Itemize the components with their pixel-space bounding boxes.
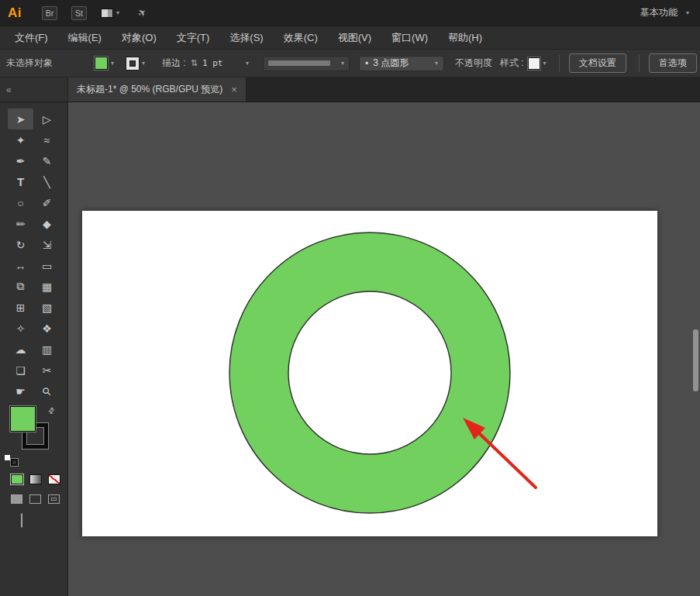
selection-tool[interactable]: ➤: [8, 109, 33, 129]
free-transform-tool[interactable]: ▭: [34, 255, 60, 276]
draw-normal-button[interactable]: [11, 494, 22, 504]
chevron-down-icon: ▾: [111, 60, 114, 67]
paintbrush-tool[interactable]: ✐: [34, 192, 60, 213]
document-tab[interactable]: 未标题-1* @ 50% (RGB/GPU 预览) ×: [68, 78, 247, 102]
chevron-down-icon: ▾: [116, 10, 119, 16]
color-button[interactable]: [11, 474, 23, 484]
menu-type[interactable]: 文字(T): [167, 26, 220, 49]
none-button[interactable]: [48, 474, 60, 484]
control-bar: 未选择对象 ▾ ▾ 描边 : ⇅ 1 pt ▾ ▾ • 3 点圆形 ▾ 不透明度…: [0, 50, 700, 78]
symbol-sprayer-tool[interactable]: ☁: [8, 339, 33, 360]
collapse-icon: «: [6, 84, 11, 95]
eyedropper-tool[interactable]: ✧: [8, 318, 33, 339]
style-swatch: [528, 57, 540, 70]
curvature-tool[interactable]: ✎: [34, 150, 60, 171]
tool-grid: ➤ ▷ ✦ ≈ ✒ ✎ T ╲ ○ ✐ ✏ ◆ ↻ ⇲ ↔ ▭ ⧉ ▦ ⊞ ▧ …: [0, 109, 67, 401]
vertical-scrollbar-thumb[interactable]: [693, 329, 698, 391]
workspace-label: 基本功能: [640, 6, 678, 19]
stroke-weight-dropdown-icon[interactable]: ▾: [246, 60, 249, 67]
hand-tool[interactable]: ☛: [8, 381, 33, 401]
gpu-performance-icon[interactable]: ✈: [136, 5, 150, 20]
magic-wand-tool[interactable]: ✦: [8, 129, 33, 150]
chevron-down-icon: ▾: [543, 60, 547, 67]
chevron-down-icon: ▾: [142, 60, 145, 67]
brush-name: 3 点圆形: [373, 57, 409, 70]
uniform-profile-icon: [268, 60, 330, 66]
rotate-tool[interactable]: ↻: [8, 234, 33, 255]
direct-selection-tool[interactable]: ▷: [34, 109, 60, 129]
ellipse-tool[interactable]: ○: [8, 192, 33, 213]
change-screen-mode-button[interactable]: [21, 513, 22, 528]
document-setup-button[interactable]: 文档设置: [569, 53, 626, 73]
style-label: 样式 :: [500, 57, 524, 70]
menu-edit[interactable]: 编辑(E): [58, 26, 112, 49]
menu-effect[interactable]: 效果(C): [274, 26, 328, 49]
style-swatch-control[interactable]: ▾: [528, 57, 547, 70]
opacity-label[interactable]: 不透明度: [455, 57, 492, 70]
donut-shape[interactable]: [229, 233, 510, 513]
menu-object[interactable]: 对象(O): [112, 26, 167, 49]
main-area: ➤ ▷ ✦ ≈ ✒ ✎ T ╲ ○ ✐ ✏ ◆ ↻ ⇲ ↔ ▭ ⧉ ▦ ⊞ ▧ …: [0, 102, 700, 596]
document-tab-title: 未标题-1* @ 50% (RGB/GPU 预览): [77, 83, 222, 96]
default-fill-stroke-button[interactable]: [4, 454, 18, 466]
draw-inside-button[interactable]: [48, 494, 60, 504]
document-tab-bar: « 未标题-1* @ 50% (RGB/GPU 预览) ×: [0, 78, 700, 102]
line-segment-tool[interactable]: ╲: [34, 171, 60, 192]
canvas-area[interactable]: [68, 102, 700, 596]
width-profile-dropdown[interactable]: ▾: [263, 56, 350, 71]
width-tool[interactable]: ↔: [8, 255, 33, 276]
preferences-button[interactable]: 首选项: [649, 53, 697, 73]
separator: [559, 55, 560, 72]
toolbar-collapse-button[interactable]: «: [0, 78, 68, 102]
eraser-tool[interactable]: ◆: [34, 213, 60, 234]
workspace-switcher[interactable]: 基本功能 ▾: [640, 6, 700, 19]
draw-behind-button[interactable]: [29, 494, 41, 504]
menu-bar: 文件(F) 编辑(E) 对象(O) 文字(T) 选择(S) 效果(C) 视图(V…: [0, 26, 700, 50]
blend-tool[interactable]: ❖: [34, 318, 60, 339]
tab-close-icon[interactable]: ×: [231, 84, 237, 95]
chevron-down-icon: ▾: [435, 60, 438, 67]
stroke-color-swatch: [126, 57, 139, 70]
slice-tool[interactable]: ✂: [34, 360, 60, 381]
stroke-weight-value[interactable]: 1 pt: [202, 58, 226, 68]
gradient-tool[interactable]: ▧: [34, 297, 60, 318]
brush-preview-icon: •: [365, 58, 368, 69]
chevron-down-icon: ▾: [686, 10, 689, 16]
no-selection-label: 未选择对象: [6, 57, 53, 70]
pen-tool[interactable]: ✒: [8, 150, 33, 171]
stock-button[interactable]: St: [71, 6, 87, 20]
column-graph-tool[interactable]: ▥: [34, 339, 60, 360]
menu-view[interactable]: 视图(V): [328, 26, 381, 49]
scale-tool[interactable]: ⇲: [34, 234, 60, 255]
menu-select[interactable]: 选择(S): [219, 26, 273, 49]
lasso-tool[interactable]: ≈: [34, 129, 60, 150]
default-fill-icon: [4, 454, 11, 461]
pencil-tool[interactable]: ✏: [8, 213, 33, 234]
perspective-grid-tool[interactable]: ▦: [34, 276, 60, 297]
shape-builder-tool[interactable]: ⧉: [8, 276, 33, 297]
gradient-button[interactable]: [29, 474, 42, 484]
fill-color-swatch: [95, 57, 108, 70]
canvas-overlay: [68, 102, 699, 596]
separator: [639, 55, 640, 72]
menu-window[interactable]: 窗口(W): [381, 26, 438, 49]
bridge-button[interactable]: Br: [42, 6, 57, 20]
stroke-color-control[interactable]: ▾: [126, 57, 145, 70]
fill-swatch-large[interactable]: [10, 406, 36, 432]
menu-help[interactable]: 帮助(H): [438, 26, 492, 49]
zoom-tool[interactable]: ⚲: [34, 381, 60, 401]
brush-definition-dropdown[interactable]: • 3 点圆形 ▾: [359, 56, 444, 71]
app-bar: Ai Br St ▾ ✈ 基本功能 ▾: [0, 0, 700, 26]
artboard-tool[interactable]: ❏: [8, 360, 33, 381]
mesh-tool[interactable]: ⊞: [8, 297, 33, 318]
fill-stroke-area: ⇄: [0, 405, 67, 467]
zoom-tool-icon: ⚲: [40, 384, 54, 398]
menu-file[interactable]: 文件(F): [5, 26, 58, 49]
arrange-documents-control[interactable]: ▾: [101, 9, 119, 18]
default-stroke-icon: [11, 459, 18, 466]
tools-panel: ➤ ▷ ✦ ≈ ✒ ✎ T ╲ ○ ✐ ✏ ◆ ↻ ⇲ ↔ ▭ ⧉ ▦ ⊞ ▧ …: [0, 102, 68, 596]
stroke-weight-stepper-icon[interactable]: ⇅: [191, 58, 198, 68]
swap-fill-stroke-icon[interactable]: ⇄: [46, 405, 57, 416]
type-tool[interactable]: T: [8, 171, 33, 192]
fill-color-control[interactable]: ▾: [95, 57, 114, 70]
